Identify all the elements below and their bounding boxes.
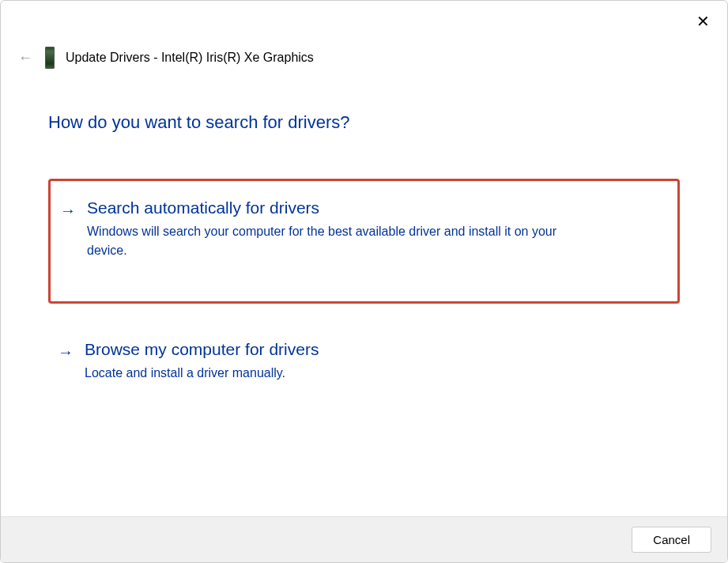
option-description: Windows will search your computer for th… bbox=[87, 222, 577, 260]
option-search-automatically[interactable]: → Search automatically for drivers Windo… bbox=[48, 179, 680, 304]
close-icon: ✕ bbox=[696, 13, 710, 30]
option-text-block: Browse my computer for drivers Locate an… bbox=[85, 340, 667, 383]
device-icon bbox=[45, 47, 55, 69]
option-title: Search automatically for drivers bbox=[87, 198, 665, 217]
wizard-title: Update Drivers - Intel(R) Iris(R) Xe Gra… bbox=[66, 51, 314, 65]
wizard-header: ← Update Drivers - Intel(R) Iris(R) Xe G… bbox=[1, 1, 727, 69]
option-text-block: Search automatically for drivers Windows… bbox=[87, 198, 665, 260]
option-browse-computer[interactable]: → Browse my computer for drivers Locate … bbox=[48, 323, 680, 400]
arrow-right-icon: → bbox=[60, 202, 76, 220]
cancel-button[interactable]: Cancel bbox=[632, 527, 711, 553]
wizard-content: How do you want to search for drivers? →… bbox=[1, 69, 727, 400]
back-arrow-icon: ← bbox=[17, 48, 34, 68]
arrow-right-icon: → bbox=[58, 343, 74, 361]
close-button[interactable]: ✕ bbox=[693, 10, 713, 32]
wizard-footer: Cancel bbox=[1, 516, 727, 562]
option-title: Browse my computer for drivers bbox=[85, 340, 667, 359]
option-description: Locate and install a driver manually. bbox=[85, 364, 575, 383]
wizard-question: How do you want to search for drivers? bbox=[48, 112, 680, 133]
